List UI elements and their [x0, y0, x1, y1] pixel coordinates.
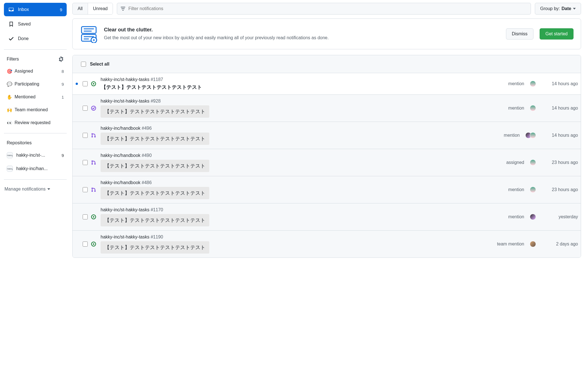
tab-unread[interactable]: Unread [88, 3, 113, 14]
filter-label: Participating [15, 82, 62, 87]
svg-point-17 [92, 191, 93, 192]
divider [4, 49, 67, 50]
pr-merged-icon [90, 132, 97, 138]
row-repo: hakky-inc/handbook #486 [101, 180, 488, 185]
row-avatars [527, 159, 539, 166]
sidebar-item-label: Inbox [18, 7, 60, 12]
row-avatars [527, 241, 539, 247]
issue-open-icon [90, 214, 97, 220]
row-title: 【テスト】テストテストテストテストテスト [101, 105, 209, 118]
row-checkbox[interactable] [83, 242, 88, 247]
row-checkbox[interactable] [83, 187, 88, 192]
notification-row[interactable]: hakky-inc/handbook #486【テスト】テストテストテストテスト… [73, 176, 581, 203]
filter-emoji-icon: 💬 [7, 82, 13, 87]
repo-label: hakky-inc/han... [16, 166, 64, 171]
row-repo: hakky-inc/st-hakky-tasks #1190 [101, 235, 488, 240]
avatar [530, 159, 536, 166]
select-all-label: Select all [90, 62, 109, 67]
get-started-button[interactable]: Get started [540, 28, 574, 40]
row-time: 14 hours ago [542, 106, 578, 111]
filter-icon [120, 6, 126, 11]
repo-avatar-icon: Hakky [7, 152, 13, 158]
dismiss-button[interactable]: Dismiss [506, 28, 533, 40]
row-checkbox[interactable] [83, 214, 88, 219]
issue-closed-icon [90, 105, 97, 111]
avatar [530, 81, 536, 87]
banner-body: Get the most out of your new inbox by qu… [104, 34, 500, 41]
repo-count: 9 [62, 153, 64, 158]
row-checkbox[interactable] [83, 160, 88, 165]
issue-open-icon [90, 241, 97, 247]
row-content: hakky-inc/st-hakky-tasks #1187【テスト】テストテス… [99, 77, 488, 91]
repo-item[interactable]: Hakkyhakky-inc/st-...9 [4, 149, 67, 162]
row-content: hakky-inc/st-hakky-tasks #928【テスト】テストテスト… [99, 99, 488, 118]
group-by-button[interactable]: Group by: Date [535, 3, 581, 15]
row-avatars [527, 81, 539, 87]
repositories-header: Repositories [4, 137, 67, 149]
row-repo: hakky-inc/st-hakky-tasks #1170 [101, 207, 488, 212]
gear-icon[interactable] [58, 56, 64, 62]
filter-emoji-icon: 🙌 [7, 107, 13, 113]
manage-notifications-label: Manage notifications [4, 187, 46, 192]
notification-row[interactable]: hakky-inc/st-hakky-tasks #1170【テスト】テストテス… [73, 203, 581, 231]
repo-item[interactable]: Hakkyhakky-inc/han... [4, 162, 67, 175]
notification-row[interactable]: hakky-inc/st-hakky-tasks #1187【テスト】テストテス… [73, 73, 581, 95]
tab-all[interactable]: All [73, 3, 88, 14]
row-time: 14 hours ago [542, 133, 578, 138]
repositories-title: Repositories [7, 140, 64, 145]
row-content: hakky-inc/handbook #486【テスト】テストテストテストテスト… [99, 180, 488, 199]
onboarding-banner: Clear out the clutter. Get the most out … [72, 18, 581, 49]
row-content: hakky-inc/st-hakky-tasks #1190【テスト】テストテス… [99, 235, 488, 254]
filter-item[interactable]: 💬Participating9 [4, 78, 67, 91]
notification-row[interactable]: hakky-inc/st-hakky-tasks #928【テスト】テストテスト… [73, 95, 581, 122]
notification-row[interactable]: hakky-inc/handbook #490【テスト】テストテストテストテスト… [73, 149, 581, 176]
row-content: hakky-inc/handbook #496【テスト】テストテストテストテスト… [99, 126, 483, 145]
row-reason: assigned [491, 160, 524, 165]
group-by-value: Date [561, 6, 571, 11]
select-all-checkbox[interactable] [81, 62, 86, 67]
filter-input[interactable] [128, 6, 527, 11]
notification-row[interactable]: hakky-inc/handbook #496【テスト】テストテストテストテスト… [73, 122, 581, 149]
row-reason: mention [491, 81, 524, 86]
row-number: #1170 [151, 207, 163, 212]
row-avatars [527, 105, 539, 111]
filters-header: Filters [4, 54, 67, 65]
row-avatars [527, 187, 539, 193]
filter-item[interactable]: 🙌Team mentioned [4, 103, 67, 116]
filter-count: 8 [62, 69, 64, 74]
row-reason: mention [491, 106, 524, 111]
row-title: 【テスト】テストテストテストテストテスト [101, 214, 209, 226]
filter-item[interactable]: 🎯Assigned8 [4, 65, 67, 78]
row-checkbox[interactable] [83, 106, 88, 111]
row-checkbox[interactable] [83, 133, 88, 138]
svg-point-20 [93, 216, 94, 218]
filter-count: 9 [62, 82, 64, 87]
notification-row[interactable]: hakky-inc/st-hakky-tasks #1190【テスト】テストテス… [73, 231, 581, 258]
row-content: hakky-inc/st-hakky-tasks #1170【テスト】テストテス… [99, 207, 488, 226]
svg-point-16 [92, 188, 93, 189]
sidebar-item-inbox[interactable]: Inbox9 [4, 3, 67, 16]
row-title: 【テスト】テストテストテストテストテスト [101, 241, 209, 254]
manage-notifications-button[interactable]: Manage notifications [4, 184, 67, 195]
avatar [530, 241, 536, 247]
row-number: #496 [142, 126, 152, 131]
bookmark-icon [8, 21, 14, 27]
row-checkbox[interactable] [83, 81, 88, 86]
filter-item[interactable]: ✋Mentioned1 [4, 91, 67, 103]
row-time: 23 hours ago [542, 187, 578, 192]
issue-open-icon [90, 81, 97, 87]
filter-item[interactable]: 👀Review requested [4, 116, 67, 129]
caret-down-icon [47, 188, 50, 190]
caret-down-icon [573, 8, 576, 10]
sidebar-item-saved[interactable]: Saved [4, 17, 67, 31]
avatar [530, 132, 536, 138]
notification-list: Select all hakky-inc/st-hakky-tasks #118… [72, 55, 581, 258]
svg-point-8 [93, 83, 94, 85]
sidebar-item-done[interactable]: Done [4, 32, 67, 45]
repo-avatar-icon: Hakky [7, 166, 13, 172]
filter-input-wrap[interactable] [117, 3, 531, 15]
row-content: hakky-inc/handbook #490【テスト】テストテストテストテスト… [99, 153, 488, 172]
svg-point-15 [94, 163, 96, 165]
avatar [530, 214, 536, 220]
row-reason: team mention [491, 242, 524, 247]
